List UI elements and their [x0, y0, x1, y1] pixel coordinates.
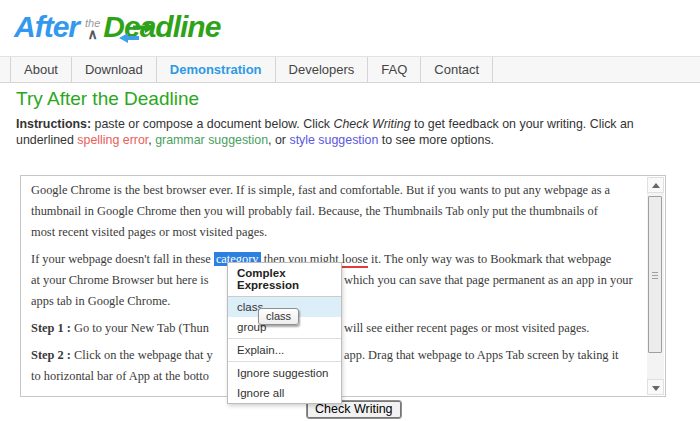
instructions-line2: underlined spelling error, grammar sugge… [16, 132, 688, 148]
document-editor[interactable]: Google Chrome is the best browser ever. … [20, 175, 666, 397]
drag-tooltip-class[interactable]: class [258, 308, 299, 325]
nav-bar: About Download Demonstration Developers … [0, 56, 700, 83]
editor-text: Google Chrome is the best browser ever. … [31, 183, 610, 197]
editor-text: app. Drag that webpage to Apps Tab scree… [344, 345, 619, 366]
nav-item-faq[interactable]: FAQ [368, 57, 421, 82]
nav-item-download[interactable]: Download [72, 57, 157, 82]
editor-text: will see either recent pages or most vis… [344, 318, 589, 339]
misspelled-word[interactable]: loose [342, 252, 368, 268]
instructions-line1: Instructions: paste or compose a documen… [16, 116, 688, 132]
caret-icon: ∧ [88, 28, 98, 40]
nav-item-developers[interactable]: Developers [276, 57, 369, 82]
suggestion-popup: Complex Expression class group Explain..… [227, 262, 342, 404]
blue-left-arrow-icon [119, 14, 139, 52]
spelling-error-legend: spelling error [77, 133, 148, 147]
logo-the-caret: the ∧ [85, 18, 100, 40]
nav-item-contact[interactable]: Contact [421, 57, 493, 82]
editor-text: Click on the webpage that y [74, 348, 213, 362]
logo-after-text: After [14, 8, 79, 46]
ignore-all-menu-item[interactable]: Ignore all [228, 383, 341, 403]
editor-text: Step 1 : [31, 321, 74, 335]
ignore-suggestion-menu-item[interactable]: Ignore suggestion [228, 363, 341, 383]
grammar-suggestion-legend: grammar suggestion [155, 133, 268, 147]
logo-deadline-text: Deadline [103, 8, 220, 46]
editor-line: most recent visited pages or most visite… [31, 222, 641, 243]
editor-text: If your webpage doesn't fall in these [31, 252, 214, 266]
editor-text: Step 2 : [31, 348, 74, 362]
instructions: Instructions: paste or compose a documen… [16, 116, 688, 148]
editor-text: Go to your New Tab (Thun [74, 321, 209, 335]
instructions-label: Instructions: [16, 117, 91, 131]
editor-line: Google Chrome is the best browser ever. … [31, 180, 641, 201]
nav-item-demonstration[interactable]: Demonstration [157, 57, 276, 82]
editor-text: apps tab in Google Chrome. [31, 294, 170, 308]
nav-item-about[interactable]: About [10, 57, 72, 82]
popup-separator [228, 361, 341, 362]
editor-line: thumbnail in Google Chrome then you will… [31, 201, 641, 222]
editor-text: which you can save that page permanent a… [344, 270, 633, 291]
editor-text: thumbnail in Google Chrome then you will… [31, 204, 598, 218]
editor-text: most recent visited pages or most visite… [31, 225, 267, 239]
scrollbar-thumb[interactable] [648, 196, 662, 353]
editor-text: it. The only way was to Bookmark that we… [368, 252, 611, 266]
page-title: Try After the Deadline [16, 88, 199, 110]
page: After the ∧ Deadline About Download Demo… [0, 0, 700, 421]
editor-text: at your Chrome Browser but here is [31, 273, 209, 287]
explain-menu-item[interactable]: Explain... [228, 340, 341, 360]
editor-paragraph: Google Chrome is the best browser ever. … [31, 180, 641, 243]
style-suggestion-legend: style suggestion [289, 133, 378, 147]
editor-scrollbar[interactable] [647, 177, 664, 395]
popup-header: Complex Expression [228, 263, 341, 297]
editor-text: to horizontal bar of App at the botto [31, 369, 209, 383]
popup-separator [228, 338, 341, 339]
scrollbar-grip [652, 275, 658, 276]
check-writing-mention: Check Writing [333, 117, 410, 131]
site-logo[interactable]: After the ∧ Deadline [14, 8, 220, 46]
scroll-up-icon[interactable] [647, 177, 664, 193]
scroll-down-icon[interactable] [647, 379, 664, 395]
